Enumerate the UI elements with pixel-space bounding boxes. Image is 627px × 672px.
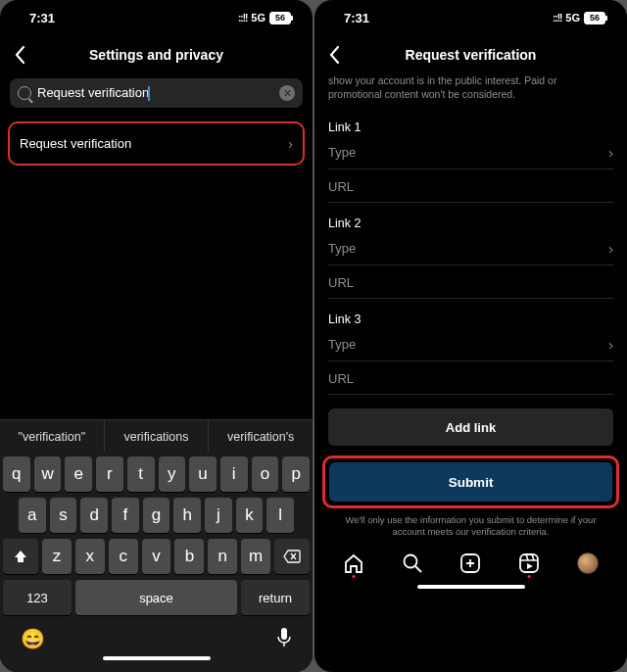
link-section-1: Link 1 Type › URL — [314, 107, 627, 203]
chevron-right-icon: › — [608, 336, 613, 353]
key-f[interactable]: f — [112, 498, 139, 533]
search-input[interactable]: Request verification ✕ — [10, 78, 303, 108]
key-u[interactable]: u — [189, 456, 217, 492]
back-button[interactable] — [10, 46, 29, 64]
key-k[interactable]: k — [236, 498, 264, 533]
svg-line-9 — [526, 554, 528, 560]
submit-highlight: Submit — [322, 456, 619, 508]
key-l[interactable]: l — [266, 498, 294, 533]
key-q[interactable]: q — [3, 456, 30, 492]
battery-icon: 56 — [269, 12, 291, 24]
key-x[interactable]: x — [75, 539, 105, 574]
key-p[interactable]: p — [282, 456, 310, 492]
tab-bar — [314, 538, 627, 581]
svg-point-2 — [404, 555, 416, 568]
link-3-url-field[interactable]: URL — [328, 361, 613, 395]
keyboard-row-1: q w e r t y u i o p — [3, 456, 310, 492]
clear-search-button[interactable]: ✕ — [279, 85, 295, 101]
link-2-type-field[interactable]: Type › — [328, 230, 613, 265]
link-1-type-field[interactable]: Type › — [328, 134, 613, 169]
keyboard-row-3: z x c v b n m — [3, 539, 310, 574]
link-3-type-field[interactable]: Type › — [328, 326, 613, 361]
tab-profile[interactable] — [577, 552, 599, 574]
key-z[interactable]: z — [42, 539, 72, 574]
key-space[interactable]: space — [75, 580, 237, 615]
key-shift[interactable] — [3, 539, 38, 574]
keyboard-bottom: 😄 — [3, 621, 310, 652]
page-title: Settings and privacy — [0, 47, 313, 63]
link-1-url-field[interactable]: URL — [328, 169, 613, 203]
key-r[interactable]: r — [96, 456, 123, 492]
key-d[interactable]: d — [80, 498, 108, 533]
key-b[interactable]: b — [174, 539, 204, 574]
link-section-2: Link 2 Type › URL — [314, 203, 627, 299]
link-section-3: Link 3 Type › URL — [314, 299, 627, 395]
link-1-label: Link 1 — [328, 113, 613, 134]
key-v[interactable]: v — [142, 539, 171, 574]
signal-icon: ::!! — [238, 13, 247, 24]
key-y[interactable]: y — [159, 456, 186, 492]
key-t[interactable]: t — [127, 456, 155, 492]
search-value: Request verification — [37, 85, 273, 101]
key-j[interactable]: j — [205, 498, 232, 533]
status-time: 7:31 — [344, 11, 369, 25]
status-time: 7:31 — [29, 11, 55, 25]
notification-dot — [528, 575, 531, 578]
network-label: 5G — [251, 12, 265, 24]
svg-rect-7 — [520, 554, 538, 572]
search-icon — [18, 86, 31, 100]
keyboard-row-4: 123 space return — [3, 580, 310, 615]
key-g[interactable]: g — [143, 498, 170, 533]
key-123[interactable]: 123 — [3, 580, 72, 615]
add-link-button[interactable]: Add link — [328, 408, 613, 446]
disclaimer-text: We'll only use the information you submi… — [314, 508, 627, 538]
request-verification-screen: 7:31 ::!! 5G 56 Request verification sho… — [314, 0, 627, 672]
home-indicator[interactable] — [417, 585, 525, 589]
key-i[interactable]: i — [220, 456, 248, 492]
status-bar: 7:31 ::!! 5G 56 — [0, 0, 313, 35]
tab-search[interactable] — [402, 552, 423, 574]
key-return[interactable]: return — [241, 580, 310, 615]
keyboard: q w e r t y u i o p a s d f g h j k l z — [0, 453, 313, 672]
status-bar: 7:31 ::!! 5G 56 — [314, 0, 627, 35]
key-w[interactable]: w — [34, 456, 62, 492]
svg-line-3 — [415, 566, 421, 572]
key-s[interactable]: s — [50, 498, 77, 533]
helper-text: show your account is in the public inter… — [314, 74, 627, 107]
key-c[interactable]: c — [109, 539, 138, 574]
key-a[interactable]: a — [19, 498, 46, 533]
back-button[interactable] — [324, 46, 344, 64]
links-form: Link 1 Type › URL Link 2 Type › URL Link… — [314, 107, 627, 395]
suggestion-1[interactable]: "verification" — [0, 420, 105, 453]
key-n[interactable]: n — [208, 539, 237, 574]
notification-dot — [352, 575, 355, 578]
chevron-right-icon: › — [608, 240, 613, 257]
link-3-label: Link 3 — [328, 305, 613, 326]
signal-icon: ::!! — [553, 13, 561, 24]
link-2-label: Link 2 — [328, 209, 613, 230]
emoji-button[interactable]: 😄 — [21, 627, 45, 650]
link-2-url-field[interactable]: URL — [328, 265, 613, 299]
svg-rect-0 — [281, 628, 287, 640]
key-m[interactable]: m — [241, 539, 270, 574]
home-indicator[interactable] — [103, 656, 211, 660]
nav-header: Request verification — [314, 35, 627, 74]
tab-reels[interactable] — [518, 552, 540, 574]
status-right: ::!! 5G 56 — [553, 12, 605, 24]
tab-home[interactable] — [343, 552, 364, 574]
key-e[interactable]: e — [65, 456, 92, 492]
status-right: ::!! 5G 56 — [238, 12, 291, 24]
dictation-button[interactable] — [276, 627, 292, 650]
chevron-right-icon: › — [608, 144, 613, 161]
battery-icon: 56 — [584, 12, 605, 24]
chevron-right-icon: › — [288, 135, 293, 152]
key-o[interactable]: o — [252, 456, 279, 492]
suggestion-3[interactable]: verification's — [209, 420, 313, 453]
keyboard-suggestions: "verification" verifications verificatio… — [0, 419, 313, 453]
tab-create[interactable] — [459, 552, 481, 574]
submit-button[interactable]: Submit — [329, 462, 612, 502]
search-result-request-verification[interactable]: Request verification › — [8, 121, 305, 166]
suggestion-2[interactable]: verifications — [105, 420, 210, 453]
key-backspace[interactable] — [274, 539, 310, 574]
key-h[interactable]: h — [173, 498, 201, 533]
